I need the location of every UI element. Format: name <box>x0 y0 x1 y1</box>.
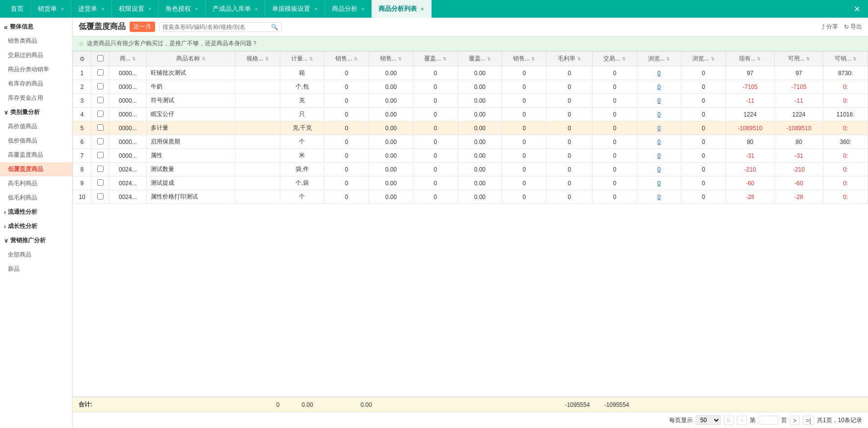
sidebar-item-high_profit[interactable]: 高毛利商品 <box>0 176 72 191</box>
sidebar-item-goods_trend[interactable]: 商品分类动销率 <box>0 62 72 77</box>
col-header-coverage2[interactable]: 覆盖... ⇅ <box>458 52 502 66</box>
col-sort-available[interactable]: 可用... ⇅ <box>788 55 810 62</box>
col-header-gross_margin[interactable]: 毛利率 ⇅ <box>546 52 593 66</box>
nav-tab-close-roles[interactable]: × <box>195 6 198 12</box>
browse-link[interactable]: 0 <box>657 97 661 104</box>
row-select-checkbox[interactable] <box>97 179 104 186</box>
export-button[interactable]: ↻ 导出 <box>844 23 862 31</box>
row-select-checkbox[interactable] <box>97 83 104 89</box>
data-table-container[interactable]: ⚙商... ⇅商品名称 ⇅规格... ⇅计量... ⇅销售... ⇅销售... … <box>73 51 868 397</box>
nav-tab-home[interactable]: 首页 <box>4 0 31 18</box>
col-header-saleable[interactable]: 可销... ⇅ <box>823 52 868 66</box>
sidebar-item-low_profit[interactable]: 低毛利商品 <box>0 191 72 205</box>
first-page-button[interactable]: K <box>724 416 734 425</box>
nav-tab-analysis[interactable]: 商品分析× <box>325 0 372 18</box>
col-sort-sales_amt[interactable]: 销售... ⇅ <box>380 55 402 62</box>
nav-tab-close-permissions[interactable]: × <box>148 6 151 12</box>
col-sort-saleable[interactable]: 可销... ⇅ <box>835 55 857 62</box>
col-header-unit[interactable]: 计量... ⇅ <box>280 52 324 66</box>
nav-tab-close-analysis[interactable]: × <box>361 6 364 12</box>
nav-tab-products_in[interactable]: 产成品入库单× <box>206 0 265 18</box>
sidebar-item-low_value[interactable]: 低价值商品 <box>0 134 72 148</box>
col-sort-sales_qty[interactable]: 销售... ⇅ <box>335 55 357 62</box>
col-sort-unit[interactable]: 计量... ⇅ <box>291 55 313 62</box>
row-select-checkbox[interactable] <box>97 69 104 76</box>
sidebar-item-capital[interactable]: 库存资金占用 <box>0 91 72 105</box>
col-sort-sales_period[interactable]: 销售... ⇅ <box>513 55 535 62</box>
sidebar-flow-header[interactable]: › 流通性分析 <box>0 205 72 219</box>
sidebar-item-low_coverage[interactable]: 低覆盖度商品 <box>0 162 72 176</box>
browse-link[interactable]: 0 <box>657 84 661 90</box>
page-input[interactable]: 1 <box>759 416 778 425</box>
browse-link[interactable]: 0 <box>657 180 661 187</box>
col-header-code[interactable]: 商... ⇅ <box>109 52 146 66</box>
nav-tab-analysis_list[interactable]: 商品分析列表× <box>372 0 431 18</box>
row-select-checkbox[interactable] <box>97 97 104 103</box>
browse-link[interactable]: 0 <box>657 194 661 200</box>
search-input[interactable] <box>163 24 269 30</box>
browse-link[interactable]: 0 <box>657 70 661 77</box>
browse-link[interactable]: 0 <box>657 152 661 159</box>
col-header-browse1[interactable]: 浏览... ⇅ <box>637 52 681 66</box>
browse-link[interactable]: 0 <box>657 111 661 118</box>
browse-link[interactable]: 0 <box>657 139 661 145</box>
sidebar-item-all_goods[interactable]: 全部商品 <box>0 248 72 262</box>
nav-tab-permissions[interactable]: 权限设置× <box>112 0 159 18</box>
col-header-sales_qty[interactable]: 销售... ⇅ <box>325 52 369 66</box>
row-select-checkbox[interactable] <box>97 138 104 144</box>
col-sort-spec[interactable]: 规格... ⇅ <box>246 55 269 62</box>
row-select-checkbox[interactable] <box>97 152 104 158</box>
nav-tab-close-template[interactable]: × <box>314 6 317 12</box>
col-header-sales_period[interactable]: 销售... ⇅ <box>502 52 546 66</box>
row-select-checkbox[interactable] <box>97 193 104 200</box>
browse-link[interactable]: 0 <box>657 125 661 132</box>
nav-tab-close-analysis_list[interactable]: × <box>421 6 424 12</box>
col-sort-transaction[interactable]: 交易... ⇅ <box>603 55 625 62</box>
sidebar-marketing-header[interactable]: ∨ 营销推广分析 <box>0 233 72 248</box>
nav-tab-roles[interactable]: 角色授权× <box>159 0 205 18</box>
sidebar-overall-header[interactable]: « 整体信息 <box>0 20 72 34</box>
sidebar-item-traded_goods[interactable]: 交易过的商品 <box>0 48 72 62</box>
next-page-button[interactable]: > <box>790 416 800 425</box>
nav-tab-sales[interactable]: 销货单× <box>31 0 71 18</box>
nav-tab-close-sales[interactable]: × <box>61 6 64 12</box>
time-filter-button[interactable]: 近一月 <box>130 22 155 32</box>
col-sort-name[interactable]: 商品名称 ⇅ <box>176 55 205 62</box>
col-sort-current_stock[interactable]: 现有... ⇅ <box>739 55 761 62</box>
per-page-select[interactable]: 2050100 <box>696 415 721 425</box>
last-page-button[interactable]: >| <box>803 416 814 425</box>
col-header-available[interactable]: 可用... ⇅ <box>775 52 823 66</box>
row-select-checkbox[interactable] <box>97 124 104 131</box>
sidebar-category-header[interactable]: ∨ 类别量分析 <box>0 105 72 119</box>
window-close-button[interactable]: ✕ <box>850 4 864 14</box>
col-sort-gross_margin[interactable]: 毛利率 ⇅ <box>558 55 581 62</box>
prev-page-button[interactable]: < <box>737 416 747 425</box>
settings-icon[interactable]: ⚙ <box>80 56 85 62</box>
sidebar-item-high_coverage[interactable]: 高覆盖度商品 <box>0 148 72 162</box>
sidebar-item-new_goods[interactable]: 新品 <box>0 262 72 276</box>
nav-tab-template[interactable]: 单据模板设置× <box>265 0 325 18</box>
col-sort-coverage2[interactable]: 覆盖... ⇅ <box>469 55 491 62</box>
col-sort-code[interactable]: 商... ⇅ <box>120 55 136 62</box>
share-button[interactable]: ⤴ 分享 <box>822 23 838 31</box>
sidebar-item-in_stock[interactable]: 有库存的商品 <box>0 77 72 91</box>
sidebar-item-sales_goods[interactable]: 销售类商品 <box>0 34 72 48</box>
col-sort-browse2[interactable]: 浏览... ⇅ <box>692 55 714 62</box>
row-select-checkbox[interactable] <box>97 166 104 172</box>
nav-tab-purchase[interactable]: 进货单× <box>71 0 111 18</box>
col-header-browse2[interactable]: 浏览... ⇅ <box>681 52 726 66</box>
select-all-checkbox[interactable] <box>97 55 104 61</box>
nav-tab-close-products_in[interactable]: × <box>255 6 258 12</box>
col-header-spec[interactable]: 规格... ⇅ <box>236 52 280 66</box>
col-header-sales_amt[interactable]: 销售... ⇅ <box>369 52 413 66</box>
browse-link[interactable]: 0 <box>657 166 661 173</box>
col-sort-browse1[interactable]: 浏览... ⇅ <box>648 55 670 62</box>
col-header-current_stock[interactable]: 现有... ⇅ <box>726 52 774 66</box>
col-sort-coverage1[interactable]: 覆盖... ⇅ <box>424 55 446 62</box>
sidebar-growth-header[interactable]: › 成长性分析 <box>0 219 72 233</box>
nav-tab-close-purchase[interactable]: × <box>101 6 104 12</box>
sidebar-item-high_value[interactable]: 高价值商品 <box>0 119 72 134</box>
col-header-name[interactable]: 商品名称 ⇅ <box>146 52 235 66</box>
col-header-transaction[interactable]: 交易... ⇅ <box>593 52 637 66</box>
row-select-checkbox[interactable] <box>97 111 104 117</box>
